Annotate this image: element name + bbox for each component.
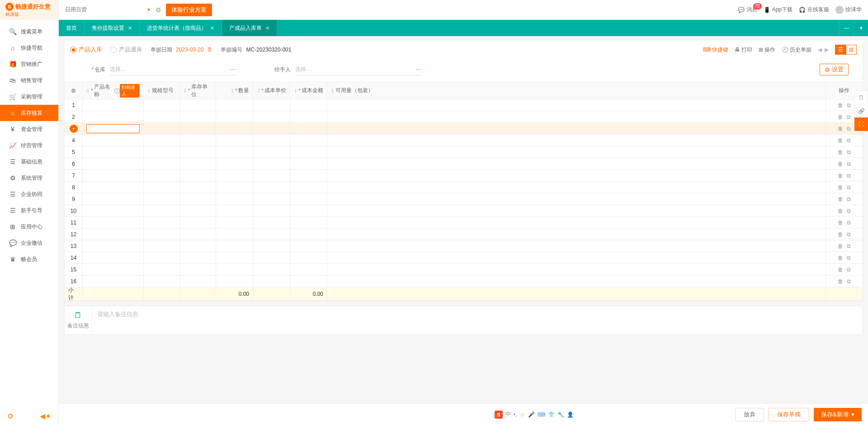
col-available[interactable]: ▲▼可用量（包装） (327, 82, 826, 99)
copy-row-icon[interactable]: ⧉ (847, 184, 851, 191)
delete-row-icon[interactable]: 🗑 (838, 126, 843, 132)
ime-tool-icon[interactable]: 🔧 (557, 411, 564, 418)
product-name-input[interactable] (86, 124, 140, 133)
ime-punct-icon[interactable]: •, (514, 411, 517, 418)
remark-input[interactable] (97, 311, 857, 318)
copy-row-icon[interactable]: ⧉ (847, 137, 851, 144)
app-download-link[interactable]: 📱 App下载 (764, 6, 793, 14)
ime-mic-icon[interactable]: 🎤 (528, 411, 535, 418)
close-icon[interactable]: ✕ (128, 25, 132, 31)
delete-row-icon[interactable]: 🗑 (838, 184, 843, 191)
sidebar-item-14[interactable]: ♛畅会员 (0, 251, 58, 267)
help-icon[interactable]: ? (114, 88, 119, 93)
delete-row-icon[interactable]: 🗑 (838, 114, 843, 120)
table-row[interactable]: 1🗑⧉ (65, 99, 862, 111)
table-row[interactable]: 2🗑⧉ (65, 111, 862, 123)
sidebar-item-10[interactable]: ☰企业协同 (0, 186, 58, 202)
copy-row-icon[interactable]: ⧉ (847, 126, 851, 132)
sidebar-item-5[interactable]: ⌂库存核算 (0, 105, 58, 121)
rail-note-button[interactable]: 🗒 (854, 90, 868, 104)
copy-row-icon[interactable]: ⧉ (847, 255, 851, 261)
radio-product-in[interactable]: 产品入库 (70, 46, 102, 54)
settings-icon[interactable]: ⚙ (7, 412, 14, 420)
table-row[interactable]: 8🗑⧉ (65, 182, 862, 193)
warehouse-select[interactable]: 选择... ⋯ (110, 64, 236, 75)
col-qty[interactable]: ▲▼*数量 (216, 82, 253, 99)
sidebar-item-0[interactable]: 🔍搜索菜单 (0, 23, 58, 40)
delete-row-icon[interactable]: 🗑 (838, 266, 843, 273)
settings-button[interactable]: ⚙ 设置 (820, 64, 849, 75)
messages-link[interactable]: 💬 消息 70 (738, 6, 757, 14)
ime-keyboard-icon[interactable]: ⌨ (538, 411, 545, 418)
location-select[interactable]: 日用百货 ▼ (65, 6, 151, 14)
collapse-icon[interactable]: ◀✦ (40, 412, 51, 420)
table-row[interactable]: 4🗑⧉ (65, 135, 862, 146)
tab-0[interactable]: 首页 (59, 20, 85, 36)
next-doc-button[interactable]: ▶ (825, 47, 829, 53)
table-row[interactable]: 13🗑⧉ (65, 240, 862, 252)
sidebar-item-12[interactable]: ⊞应用中心 (0, 219, 58, 235)
discard-button[interactable]: 放弃 (735, 408, 764, 421)
table-row[interactable]: 14🗑⧉ (65, 252, 862, 264)
try-plan-button[interactable]: 体验行业方案 (166, 4, 212, 16)
history-link[interactable]: 🕘 历史单据 (782, 46, 811, 54)
radio-product-out[interactable]: 产品退库 (110, 46, 142, 54)
delete-row-icon[interactable]: 🗑 (838, 137, 843, 144)
delete-row-icon[interactable]: 🗑 (838, 220, 843, 226)
ime-user-icon[interactable]: 👤 (567, 411, 574, 418)
scan-entry-button[interactable]: 扫码录入 (120, 84, 140, 98)
calendar-icon[interactable]: 🗓 (207, 47, 212, 53)
col-unit[interactable]: ▲▼*库存单位 (180, 82, 216, 99)
rail-link-button[interactable]: 🔗 (854, 104, 868, 117)
delete-row-icon[interactable]: 🗑 (838, 149, 843, 155)
support-link[interactable]: 🎧 在线客服 (799, 6, 829, 14)
table-row[interactable]: 5🗑⧉ (65, 146, 862, 158)
copy-row-icon[interactable]: ⧉ (847, 278, 851, 285)
sidebar-item-6[interactable]: ¥资金管理 (0, 121, 58, 137)
print-link[interactable]: 🖶 打印 (735, 46, 752, 54)
table-row[interactable]: +🗑⧉ (65, 123, 862, 135)
sidebar-item-11[interactable]: ☰新手引导 (0, 202, 58, 219)
table-row[interactable]: 9🗑⧉ (65, 193, 862, 205)
copy-row-icon[interactable]: ⧉ (847, 266, 851, 273)
sidebar-item-2[interactable]: 🎁营销推广 (0, 56, 58, 72)
view-list-button[interactable]: ☰ (835, 45, 846, 55)
rail-expand-button[interactable]: ⛶ (854, 117, 868, 131)
delete-row-icon[interactable]: 🗑 (838, 208, 843, 214)
delete-row-icon[interactable]: 🗑 (838, 161, 843, 167)
sidebar-item-1[interactable]: ⌂快捷导航 (0, 40, 58, 56)
handler-select[interactable]: 选择... ⋯ (295, 64, 422, 75)
table-row[interactable]: 11🗑⧉ (65, 217, 862, 229)
close-icon[interactable]: ✕ (210, 25, 214, 31)
col-amount[interactable]: ▲▼*成本金额 (290, 82, 327, 99)
delete-row-icon[interactable]: 🗑 (838, 231, 843, 238)
sidebar-item-4[interactable]: 🛒采购管理 (0, 89, 58, 105)
col-price[interactable]: ▲▼*成本单价 (253, 82, 290, 99)
delete-row-icon[interactable]: 🗑 (838, 243, 843, 249)
delete-row-icon[interactable]: 🗑 (838, 278, 843, 285)
sidebar-item-7[interactable]: 📈经营管理 (0, 137, 58, 154)
add-row-button[interactable]: + (70, 125, 78, 133)
copy-row-icon[interactable]: ⧉ (847, 149, 851, 155)
ime-smiley-icon[interactable]: ☺ (520, 411, 525, 418)
col-index-gear[interactable]: ⚙ (65, 82, 83, 99)
col-spec[interactable]: ▲▼规格型号 (144, 82, 180, 99)
date-value[interactable]: 2023-03-20 (176, 47, 203, 53)
copy-row-icon[interactable]: ⧉ (847, 208, 851, 214)
tab-1[interactable]: 售价提取设置✕ (85, 20, 140, 36)
delete-row-icon[interactable]: 🗑 (838, 196, 843, 202)
close-icon[interactable]: ✕ (265, 25, 269, 31)
save-draft-button[interactable]: 保存草稿 (769, 408, 809, 421)
tab-minimize-button[interactable]: — (839, 20, 854, 36)
delete-row-icon[interactable]: 🗑 (838, 173, 843, 179)
copy-row-icon[interactable]: ⧉ (847, 231, 851, 238)
copy-row-icon[interactable]: ⧉ (847, 196, 851, 202)
copy-row-icon[interactable]: ⧉ (847, 173, 851, 179)
sidebar-item-8[interactable]: ☰基础信息 (0, 154, 58, 170)
copy-row-icon[interactable]: ⧉ (847, 243, 851, 249)
shortcut-link[interactable]: ⌨ 快捷键 (703, 46, 728, 54)
view-card-button[interactable]: ⊞ (846, 45, 857, 55)
copy-row-icon[interactable]: ⧉ (847, 161, 851, 167)
user-menu[interactable]: 徐泽华 (835, 6, 862, 14)
copy-row-icon[interactable]: ⧉ (847, 114, 851, 120)
